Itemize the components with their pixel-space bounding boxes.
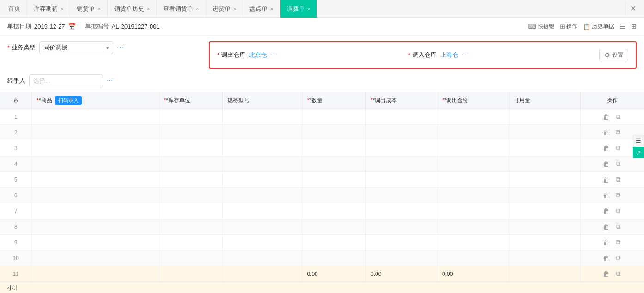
tab-sales-history[interactable]: 销货单历史 ×: [108, 0, 157, 18]
out-warehouse-value[interactable]: 北京仓: [249, 51, 267, 59]
tab-purchase-order[interactable]: 进货单 ×: [206, 0, 243, 18]
row-unit-3[interactable]: [159, 140, 223, 156]
copy-icon-11[interactable]: ⧉: [614, 269, 623, 279]
row-goods-4[interactable]: [32, 156, 159, 172]
row-goods-2[interactable]: [32, 125, 159, 140]
delete-icon-11[interactable]: 🗑: [601, 269, 611, 279]
row-avail-3[interactable]: [509, 140, 580, 156]
row-avail-7[interactable]: [509, 203, 580, 219]
row-qty-2[interactable]: [302, 125, 366, 140]
tab-close-transfer[interactable]: ×: [308, 6, 310, 12]
row-cost-6[interactable]: [366, 188, 437, 203]
tab-close-sales-history[interactable]: ×: [147, 6, 150, 12]
row-amount-6[interactable]: [437, 188, 509, 203]
copy-icon-5[interactable]: ⧉: [614, 175, 623, 184]
row-qty-3[interactable]: [302, 140, 366, 156]
in-warehouse-dots[interactable]: ···: [462, 51, 469, 59]
row-unit-1[interactable]: [159, 109, 223, 125]
row-goods-5[interactable]: [32, 172, 159, 188]
out-warehouse-dots[interactable]: ···: [271, 51, 278, 59]
row-qty-9[interactable]: [302, 235, 366, 250]
row-amount-3[interactable]: [437, 140, 509, 156]
row-qty-10[interactable]: [302, 250, 366, 266]
tab-close-view-sales[interactable]: ×: [196, 6, 199, 12]
row-amount-7[interactable]: [437, 203, 509, 219]
row-amount-10[interactable]: [437, 250, 509, 266]
row-spec-6[interactable]: [223, 188, 302, 203]
delete-icon-1[interactable]: 🗑: [601, 112, 611, 122]
row-qty-4[interactable]: [302, 156, 366, 172]
row-spec-9[interactable]: [223, 235, 302, 250]
row-amount-5[interactable]: [437, 172, 509, 188]
tab-close-purchase-order[interactable]: ×: [233, 6, 236, 12]
copy-icon-10[interactable]: ⧉: [614, 254, 623, 263]
copy-icon-8[interactable]: ⧉: [614, 222, 623, 232]
tab-inventory-init[interactable]: 库存期初 ×: [27, 0, 70, 18]
row-cost-10[interactable]: [366, 250, 437, 266]
row-goods-3[interactable]: [32, 140, 159, 156]
row-avail-4[interactable]: [509, 156, 580, 172]
history-btn[interactable]: 📋 历史单据: [583, 23, 614, 31]
tab-close-sales-order[interactable]: ×: [97, 6, 100, 12]
row-spec-4[interactable]: [223, 156, 302, 172]
copy-icon-7[interactable]: ⧉: [614, 207, 623, 216]
row-avail-9[interactable]: [509, 235, 580, 250]
layout-grid-btn[interactable]: ⊞: [631, 23, 637, 30]
row-cost-4[interactable]: [366, 156, 437, 172]
row-goods-10[interactable]: [32, 250, 159, 266]
row-qty-6[interactable]: [302, 188, 366, 203]
row-spec-3[interactable]: [223, 140, 302, 156]
handler-select[interactable]: 选择...: [29, 74, 103, 87]
copy-icon-4[interactable]: ⧉: [614, 159, 623, 169]
tab-transfer[interactable]: 调拨单 ×: [280, 0, 317, 18]
row-avail-10[interactable]: [509, 250, 580, 266]
row-spec-10[interactable]: [223, 250, 302, 266]
col-settings[interactable]: ⚙: [0, 92, 32, 109]
row-spec-2[interactable]: [223, 125, 302, 140]
window-close-button[interactable]: ✕: [626, 1, 640, 16]
row-spec-5[interactable]: [223, 172, 302, 188]
settings-button[interactable]: ⚙ 设置: [599, 49, 628, 61]
delete-icon-4[interactable]: 🗑: [601, 159, 611, 169]
row-qty-1[interactable]: [302, 109, 366, 125]
delete-icon-9[interactable]: 🗑: [601, 238, 611, 247]
row-spec-1[interactable]: [223, 109, 302, 125]
row-cost-9[interactable]: [366, 235, 437, 250]
row-qty-8[interactable]: [302, 219, 366, 235]
row-goods-8[interactable]: [32, 219, 159, 235]
operation-btn[interactable]: ⊞ 操作: [560, 23, 577, 31]
row-avail-6[interactable]: [509, 188, 580, 203]
in-warehouse-value[interactable]: 上海仓: [440, 51, 458, 59]
row-cost-8[interactable]: [366, 219, 437, 235]
row-unit-4[interactable]: [159, 156, 223, 172]
copy-icon-1[interactable]: ⧉: [614, 112, 623, 122]
copy-icon-9[interactable]: ⧉: [614, 238, 623, 247]
side-external-link-btn[interactable]: ↗: [633, 147, 644, 158]
row-goods-9[interactable]: [32, 235, 159, 250]
row-unit-9[interactable]: [159, 235, 223, 250]
delete-icon-5[interactable]: 🗑: [601, 175, 611, 184]
row-amount-2[interactable]: [437, 125, 509, 140]
row-goods-1[interactable]: [32, 109, 159, 125]
row-cost-3[interactable]: [366, 140, 437, 156]
handler-dots[interactable]: ···: [107, 77, 113, 85]
row-goods-7[interactable]: [32, 203, 159, 219]
tab-close-stocktake[interactable]: ×: [270, 6, 273, 12]
row-unit-2[interactable]: [159, 125, 223, 140]
side-list-btn[interactable]: ☰: [633, 135, 644, 146]
row-avail-2[interactable]: [509, 125, 580, 140]
business-type-select[interactable]: 同价调拨 ▾: [39, 41, 113, 54]
delete-icon-10[interactable]: 🗑: [601, 254, 611, 263]
calendar-icon[interactable]: 📅: [68, 23, 76, 30]
row-avail-1[interactable]: [509, 109, 580, 125]
row-spec-8[interactable]: [223, 219, 302, 235]
delete-icon-7[interactable]: 🗑: [601, 207, 611, 216]
row-qty-5[interactable]: [302, 172, 366, 188]
copy-icon-3[interactable]: ⧉: [614, 144, 623, 153]
delete-icon-3[interactable]: 🗑: [601, 144, 611, 153]
tab-view-sales[interactable]: 查看销货单 ×: [157, 0, 206, 18]
row-amount-8[interactable]: [437, 219, 509, 235]
copy-icon-6[interactable]: ⧉: [614, 191, 623, 200]
date-value[interactable]: 2019-12-27: [34, 23, 65, 30]
row-qty-7[interactable]: [302, 203, 366, 219]
